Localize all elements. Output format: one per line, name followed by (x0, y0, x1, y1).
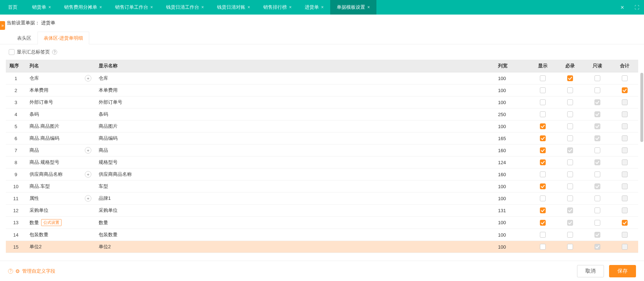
cell-width[interactable]: 100 (494, 72, 529, 84)
save-button[interactable]: 保存 (609, 265, 636, 277)
cell-display[interactable]: 采购单位 (95, 205, 494, 217)
table-row[interactable]: 2本单费用本单费用100 (6, 84, 638, 96)
table-row[interactable]: 14包装数量包装数量100 (6, 229, 638, 241)
chk-show[interactable] (540, 99, 546, 105)
cell-display[interactable]: 单位2 (95, 241, 494, 253)
sub-tab-1[interactable]: 表体区-进货单明细 (37, 32, 89, 44)
chk-required[interactable] (567, 75, 573, 81)
chk-show[interactable] (540, 123, 546, 129)
tab-7[interactable]: 单据模板设置× (330, 0, 376, 15)
chk-show[interactable] (540, 220, 546, 226)
cell-display[interactable]: 商品 (95, 145, 494, 157)
chk-required[interactable] (567, 171, 573, 177)
chk-show[interactable] (540, 207, 546, 213)
close-icon[interactable]: × (321, 5, 324, 10)
formula-tag[interactable]: 公式设置 (41, 219, 62, 226)
th-name[interactable]: 列名 (26, 60, 95, 72)
close-icon[interactable]: × (150, 5, 153, 10)
tab-2[interactable]: 销售订单工作台× (108, 0, 159, 15)
vertical-scrollbar[interactable] (640, 73, 643, 142)
close-icon[interactable]: × (201, 5, 204, 10)
table-row[interactable]: 7商品+商品160 (6, 145, 638, 157)
show-summary-checkbox[interactable] (9, 49, 15, 55)
tab-6[interactable]: 进货单× (298, 0, 330, 15)
cell-width[interactable]: 160 (494, 169, 529, 181)
cell-display[interactable]: 商品编码 (95, 132, 494, 145)
manage-custom-fields-link[interactable]: 管理自定义字段 (22, 268, 55, 274)
chk-readonly[interactable] (594, 220, 600, 226)
table-row[interactable]: 12采购单位采购单位131 (6, 205, 638, 217)
chk-show[interactable] (540, 195, 546, 201)
footer-help-icon[interactable]: ? (8, 269, 13, 274)
table-row[interactable]: 1仓库+仓库100 (6, 72, 638, 84)
chk-required[interactable] (567, 99, 573, 105)
chk-total[interactable] (622, 220, 628, 226)
close-icon[interactable]: × (99, 5, 102, 10)
cell-width[interactable]: 100 (494, 229, 529, 241)
table-row[interactable]: 8商品.规格型号规格型号124 (6, 157, 638, 169)
chk-show[interactable] (540, 159, 546, 165)
th-total[interactable]: 合计 (611, 60, 638, 72)
th-readonly[interactable]: 只读 (584, 60, 611, 72)
th-display[interactable]: 显示名称 (95, 60, 494, 72)
cell-display[interactable]: 包装数量 (95, 229, 494, 241)
cell-width[interactable]: 100 (494, 193, 529, 205)
tab-5[interactable]: 销售排行榜× (257, 0, 298, 15)
cell-display[interactable]: 本单费用 (95, 84, 494, 96)
chk-required[interactable] (567, 111, 573, 117)
sub-tab-0[interactable]: 表头区 (11, 32, 37, 44)
chk-required[interactable] (567, 123, 573, 129)
tab-0[interactable]: 销货单× (25, 0, 58, 15)
cell-width[interactable]: 100 (494, 96, 529, 108)
close-icon[interactable]: × (367, 5, 370, 10)
help-icon[interactable]: ? (52, 50, 57, 55)
chk-required[interactable] (567, 135, 573, 141)
chk-show[interactable] (540, 171, 546, 177)
close-icon[interactable]: × (289, 5, 292, 10)
chk-required[interactable] (567, 195, 573, 201)
chk-total[interactable] (622, 87, 628, 93)
table-row[interactable]: 15单位2单位2100 (6, 241, 638, 253)
chk-readonly[interactable] (594, 75, 600, 81)
cell-display[interactable]: 品牌1 (95, 193, 494, 205)
cell-width[interactable]: 100 (494, 120, 529, 132)
chk-required[interactable] (567, 159, 573, 165)
cell-display[interactable]: 规格型号 (95, 157, 494, 169)
chk-required[interactable] (567, 183, 573, 189)
th-show[interactable]: 显示 (529, 60, 556, 72)
cancel-button[interactable]: 取消 (577, 265, 604, 277)
tabbar-close-all-icon[interactable]: ✕ (615, 0, 629, 15)
table-row[interactable]: 11属性+品牌1100 (6, 193, 638, 205)
tabbar-fullscreen-icon[interactable]: ⛶ (629, 0, 644, 15)
cell-width[interactable]: 100 (494, 217, 529, 229)
chk-readonly[interactable] (594, 195, 600, 201)
close-icon[interactable]: × (248, 5, 250, 10)
th-width[interactable]: 列宽 (494, 60, 529, 72)
table-row[interactable]: 3外部订单号外部订单号100 (6, 96, 638, 108)
table-row[interactable]: 5商品.商品图片商品图片100 (6, 120, 638, 132)
cell-width[interactable]: 100 (494, 241, 529, 253)
plus-icon[interactable]: + (85, 171, 91, 178)
chk-show[interactable] (540, 111, 546, 117)
plus-icon[interactable]: + (85, 147, 91, 154)
chk-readonly[interactable] (594, 207, 600, 213)
cell-display[interactable]: 供应商商品名称 (95, 169, 494, 181)
cell-width[interactable]: 250 (494, 108, 529, 120)
plus-icon[interactable]: + (85, 75, 91, 82)
cell-display[interactable]: 外部订单号 (95, 96, 494, 108)
chk-show[interactable] (540, 147, 546, 153)
chk-show[interactable] (540, 135, 546, 141)
table-row[interactable]: 4条码条码250 (6, 108, 638, 120)
th-order[interactable]: 顺序 (6, 60, 26, 72)
chk-readonly[interactable] (594, 171, 600, 177)
plus-icon[interactable]: + (85, 195, 91, 202)
chk-show[interactable] (540, 232, 546, 238)
tab-home[interactable]: 首页 (0, 0, 25, 15)
chk-readonly[interactable] (594, 87, 600, 93)
chk-show[interactable] (540, 87, 546, 93)
cell-width[interactable]: 124 (494, 157, 529, 169)
chk-required[interactable] (567, 87, 573, 93)
cell-display[interactable]: 仓库 (95, 72, 494, 84)
chk-show[interactable] (540, 183, 546, 189)
chk-total[interactable] (622, 75, 628, 81)
